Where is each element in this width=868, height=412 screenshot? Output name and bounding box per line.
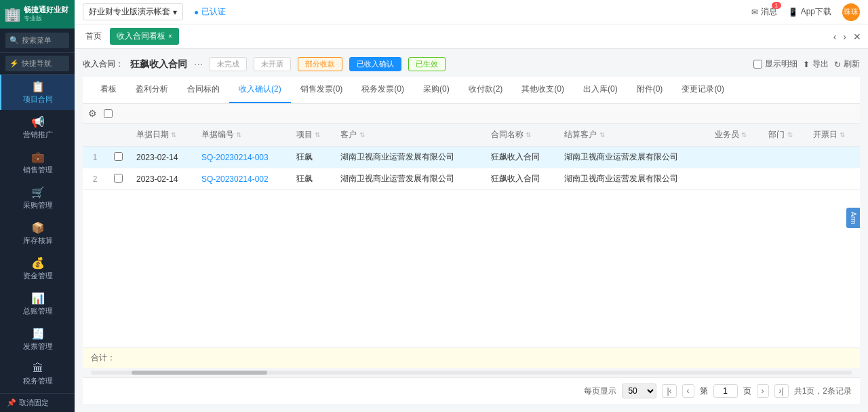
tab-payment[interactable]: 收付款(2) [459,77,513,103]
row-checkbox[interactable] [114,152,123,161]
active-tab[interactable]: 收入合同看板 × [110,28,179,45]
home-tab[interactable]: 首页 [80,31,107,42]
search-menu-button[interactable]: 🔍 搜索菜单 [5,33,69,48]
sidebar-item-sales[interactable]: 💼 销售管理 [0,145,75,181]
export-icon: ⬆ [803,60,810,69]
table-row[interactable]: 2 2023-02-14 SQ-20230214-002 狂飙 湖南卫视商业运营… [83,168,860,190]
sort-contract-name-icon: ⇅ [526,131,531,138]
tab-kanban[interactable]: 看板 [91,77,126,103]
page-input[interactable] [713,384,738,398]
sidebar-item-label: 项目合同 [23,94,53,105]
tab-next-button[interactable]: › [842,30,848,43]
sidebar-item-inventory[interactable]: 📦 库存核算 [0,216,75,251]
page-label: 第 [700,386,708,397]
first-page-button[interactable]: |‹ [662,384,676,398]
content-area: 收入合同： 狂飙收入合同 ··· 未完成 未开票 部分收款 已收入确认 已生效 … [75,49,868,412]
sidebar-item-finance[interactable]: 💰 资金管理 [0,251,75,286]
sidebar-item-label: 资金管理 [23,271,53,281]
sidebar-item-tax[interactable]: 🏛 税务管理 [0,357,75,392]
quick-nav-button[interactable]: ⚡ 快捷导航 [5,56,69,71]
sidebar-item-label: 营销推广 [23,130,53,140]
tab-income-confirm[interactable]: 收入确认(2) [229,77,291,103]
sidebar-item-invoice[interactable]: 🧾 发票管理 [0,322,75,357]
col-contract-name[interactable]: 合同名称 ⇅ [484,124,557,147]
tab-profit[interactable]: 盈利分析 [126,77,178,103]
app-name: 畅捷通好业财 [24,5,68,14]
sidebar-item-label: 销售管理 [23,165,53,175]
pin-icon: 📌 [7,398,16,407]
cell-code: SQ-20230214-002 [195,168,290,190]
sidebar-item-marketing[interactable]: 📢 营销推广 [0,110,75,145]
sidebar-item-project-contract[interactable]: 📋 项目合同 [0,75,75,110]
page-size-select[interactable]: 50 100 200 [622,383,656,398]
tab-prev-button[interactable]: ‹ [832,30,838,43]
sort-code-icon: ⇅ [236,131,241,138]
app-download-button[interactable]: 📱 App下载 [788,6,831,18]
sidebar-item-purchase[interactable]: 🛒 采购管理 [0,181,75,216]
tab-nav: ‹ › ✕ [832,30,863,43]
cell-department [762,168,806,190]
table-footer: 合计： [83,348,860,368]
sidebar: 🏢 畅捷通好业财 专业版 🔍 搜索菜单 ⚡ 快捷导航 📋 项目合同 📢 营销推广… [0,0,75,412]
export-button[interactable]: ⬆ 导出 [803,58,829,70]
tab-other-income[interactable]: 其他收支(0) [512,77,574,103]
verified-badge: ● 已认证 [194,6,226,18]
tab-close-all-button[interactable]: ✕ [852,30,863,43]
prev-page-button[interactable]: ‹ [682,384,694,398]
select-all-checkbox[interactable] [104,109,113,118]
row-checkbox-cell [107,168,130,190]
scrollbar-thumb[interactable] [132,371,267,375]
cell-salesperson [708,168,762,190]
tab-sales-invoice[interactable]: 销售发票(0) [291,77,353,103]
tab-close-button[interactable]: × [168,33,172,40]
cell-final-customer: 湖南卫视商业运营发展有限公司 [557,147,708,168]
sidebar-item-general[interactable]: 📊 总账管理 [0,286,75,322]
col-date[interactable]: 单据日期 ⇅ [130,124,195,147]
col-project[interactable]: 项目 ⇅ [290,124,334,147]
scrollbar-track [91,371,852,375]
col-customer[interactable]: 客户 ⇅ [334,124,484,147]
status-effective-button[interactable]: 已生效 [408,57,446,71]
horizontal-scrollbar[interactable] [83,368,860,377]
message-icon: ✉ [751,7,758,17]
sort-open-date-icon: ⇅ [840,131,845,138]
col-final-customer[interactable]: 结算客户 ⇅ [557,124,708,147]
marketing-icon: 📢 [31,115,45,128]
status-unopened-button[interactable]: 未开票 [254,57,291,71]
tab-out-storage[interactable]: 出入库(0) [574,77,627,103]
data-table-container: ⚙ 单据日期 ⇅ [83,104,860,404]
cell-contract-name: 狂飙收入合同 [484,168,557,190]
message-button[interactable]: ✉ 1 消息 [751,6,777,18]
page-size-label: 每页显示 [584,386,616,397]
table-header: 单据日期 ⇅ 单据编号 ⇅ 项目 ⇅ [83,124,860,147]
col-department[interactable]: 部门 ⇅ [762,124,806,147]
tab-attachments[interactable]: 附件(0) [627,77,673,103]
unfix-button[interactable]: 📌 取消固定 [0,394,75,412]
col-code[interactable]: 单据编号 ⇅ [195,124,290,147]
next-page-button[interactable]: › [757,384,769,398]
user-avatar[interactable]: 珠珠 [842,3,860,21]
right-panel-label[interactable]: Arm [850,212,857,224]
col-salesperson[interactable]: 业务员 ⇅ [708,124,762,147]
table-row[interactable]: 1 2023-02-14 SQ-20230214-003 狂飙 湖南卫视商业运营… [83,147,860,168]
contract-header: 收入合同： 狂飙收入合同 ··· 未完成 未开票 部分收款 已收入确认 已生效 … [83,57,860,71]
sort-department-icon: ⇅ [787,131,793,138]
row-checkbox[interactable] [114,174,123,183]
last-page-button[interactable]: ›| [774,384,789,398]
code-link[interactable]: SQ-20230214-003 [201,153,269,162]
tab-tax-invoice[interactable]: 税务发票(0) [352,77,414,103]
code-link[interactable]: SQ-20230214-002 [201,174,269,184]
show-detail-checkbox[interactable] [753,60,762,69]
main-area: 好业财专业版演示帐套 ▾ ● 已认证 ✉ 1 消息 📱 App下载 珠珠 [75,0,868,412]
more-icon[interactable]: ··· [194,58,203,71]
status-partial-button[interactable]: 部分收款 [298,57,342,71]
refresh-button[interactable]: ↻ 刷新 [834,58,860,70]
tab-change-log[interactable]: 变更记录(0) [672,77,734,103]
status-confirmed-button[interactable]: 已收入确认 [349,57,401,71]
tab-purchase[interactable]: 采购(0) [414,77,459,103]
tab-contract-standard[interactable]: 合同标的 [178,77,229,103]
col-open-date[interactable]: 开票日 ⇅ [806,124,860,147]
status-incomplete-button[interactable]: 未完成 [210,57,247,71]
company-selector[interactable]: 好业财专业版演示帐套 ▾ [83,3,183,20]
settings-icon[interactable]: ⚙ [88,108,97,119]
